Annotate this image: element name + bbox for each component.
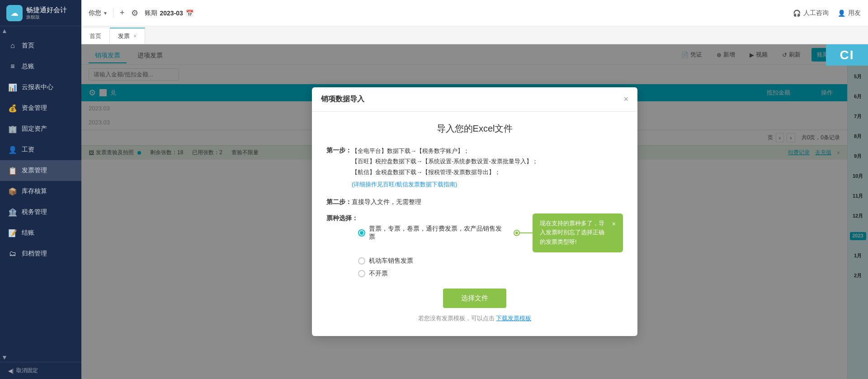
sidebar-item-fixed-assets[interactable]: 🏢 固定资产 xyxy=(0,118,81,139)
inventory-icon: 📦 xyxy=(8,187,17,196)
topbar-settings-button[interactable]: ⚙ xyxy=(131,8,138,18)
sidebar-item-archive[interactable]: 🗂 归档管理 xyxy=(0,243,81,264)
modal-overlay: 销项数据导入 × 导入您的Excel文件 第一步： 【全电平台】数据下载→【税务… xyxy=(81,44,868,379)
period-label: 账期 xyxy=(145,9,157,17)
sidebar-item-payroll[interactable]: 👤 工资 xyxy=(0,139,81,160)
user-button[interactable]: 👤 用友 xyxy=(838,9,861,17)
tooltip: × 现在支持的票种多了，导入发票时别忘了选择正确的发票类型呀! xyxy=(533,213,623,252)
step1-line3: 【航信】金税盘数据下载→【报税管理-发票数据导出】； xyxy=(352,167,538,177)
sidebar-item-cloud-report[interactable]: 📊 云报表中心 xyxy=(0,77,81,98)
sidebar-item-tax[interactable]: 🏦 税务管理 xyxy=(0,202,81,223)
payroll-icon: 👤 xyxy=(8,145,17,154)
tab-home[interactable]: 首页 xyxy=(81,28,110,44)
modal-title: 销项数据导入 xyxy=(321,95,364,104)
sidebar-nav: ⌂ 首页 ≡ 总账 📊 云报表中心 💰 资金管理 🏢 固定资产 👤 工资 xyxy=(0,35,81,353)
step2-text: 直接导入文件，无需整理 xyxy=(352,197,421,206)
modal-close-button[interactable]: × xyxy=(623,95,628,104)
import-modal: 销项数据导入 × 导入您的Excel文件 第一步： 【全电平台】数据下载→【税务… xyxy=(312,87,637,336)
content-area: 销项发票 进项发票 📄 凭证 ⊕ 新增 xyxy=(81,44,868,379)
sidebar-label-fixed-assets: 固定资产 xyxy=(22,125,47,133)
sidebar-logo: ☁ 畅捷通好会计 旗舰版 xyxy=(0,0,81,26)
cloud-report-icon: 📊 xyxy=(8,83,17,92)
step1-label: 第一步： xyxy=(326,146,352,155)
company-selector[interactable]: 你您 ▾ xyxy=(89,9,107,17)
ticket-options: 普票，专票，卷票，通行费发票，农产品销售发票 × 现在支持的票种多了，导 xyxy=(358,213,623,278)
modal-main-title: 导入您的Excel文件 xyxy=(326,123,623,135)
tab-home-label: 首页 xyxy=(90,32,101,40)
consult-label: 人工咨询 xyxy=(803,9,829,17)
ticket-row: 票种选择： 普票，专票，卷票，通行费发票，农产品销售发票 xyxy=(326,213,623,278)
sidebar-item-home[interactable]: ⌂ 首页 xyxy=(0,35,81,56)
tooltip-dot xyxy=(514,231,519,235)
calendar-icon[interactable]: 📅 xyxy=(186,9,193,17)
modal-header: 销项数据导入 × xyxy=(312,87,637,112)
tab-invoice[interactable]: 发票 × xyxy=(110,28,145,44)
sidebar: ☁ 畅捷通好会计 旗舰版 ▲ ⌂ 首页 ≡ 总账 📊 云报表中心 💰 资金管理 xyxy=(0,0,81,379)
step1-link-row: (详细操作见百旺/航信发票数据下载指南) xyxy=(352,179,538,190)
sidebar-item-checkout[interactable]: 📝 结账 xyxy=(0,223,81,243)
period-value: 2023-03 xyxy=(160,9,183,17)
main-area: 你您 ▾ + ⚙ 账期 2023-03 📅 🎧 人工咨询 👤 用友 xyxy=(81,0,868,379)
step1-row: 第一步： 【全电平台】数据下载→【税务数字账户】； 【百旺】税控盘数据下载→【系… xyxy=(326,146,623,190)
logo-badge: 旗舰版 xyxy=(26,14,67,20)
ci-text: CI xyxy=(840,48,854,62)
headset-icon: 🎧 xyxy=(793,9,801,17)
sidebar-item-ledger[interactable]: ≡ 总账 xyxy=(0,56,81,77)
sidebar-label-checkout: 结账 xyxy=(22,229,34,237)
tooltip-close-button[interactable]: × xyxy=(612,219,616,229)
step2-label: 第二步： xyxy=(326,197,352,206)
company-name: 你您 xyxy=(89,9,101,17)
ticket-option-3[interactable]: 不开票 xyxy=(358,270,623,278)
sidebar-label-cloud-report: 云报表中心 xyxy=(22,83,53,91)
step1-line1: 【全电平台】数据下载→【税务数字账户】； xyxy=(352,146,538,156)
modal-body: 导入您的Excel文件 第一步： 【全电平台】数据下载→【税务数字账户】； 【百… xyxy=(312,112,637,336)
topbar-separator xyxy=(113,9,113,18)
hint-prefix: 若您没有发票模板，可以点击 xyxy=(418,315,495,322)
sidebar-label-tax: 税务管理 xyxy=(22,208,47,216)
radio-opt3[interactable] xyxy=(358,270,365,277)
ticket-option-2[interactable]: 机动车销售发票 xyxy=(358,257,623,265)
logo-icon: ☁ xyxy=(6,5,23,21)
sidebar-label-fund: 资金管理 xyxy=(22,104,47,112)
ticket-opt3-label: 不开票 xyxy=(369,270,388,278)
logo-name: 畅捷通好会计 xyxy=(26,6,67,14)
sidebar-label-ledger: 总账 xyxy=(22,62,34,71)
pin-icon: ◀| xyxy=(8,368,14,374)
sidebar-item-fund[interactable]: 💰 资金管理 xyxy=(0,98,81,118)
consult-button[interactable]: 🎧 人工咨询 xyxy=(793,9,829,17)
modal-footer: 选择文件 xyxy=(326,289,623,308)
tab-invoice-label: 发票 xyxy=(118,32,130,40)
ticket-option-1-wrapper: 普票，专票，卷票，通行费发票，农产品销售发票 × 现在支持的票种多了，导 xyxy=(358,213,623,252)
sidebar-label-inventory: 库存核算 xyxy=(22,187,47,195)
select-file-button[interactable]: 选择文件 xyxy=(443,289,506,308)
pin-label: 取消固定 xyxy=(16,367,38,374)
fixed-assets-icon: 🏢 xyxy=(8,124,17,133)
user-icon: 👤 xyxy=(838,9,845,17)
tooltip-text: 现在支持的票种多了，导入发票时别忘了选择正确的发票类型呀! xyxy=(540,220,604,246)
ci-badge: CI xyxy=(826,44,868,66)
download-template-link[interactable]: 下载发票模板 xyxy=(496,315,531,322)
sidebar-label-home: 首页 xyxy=(22,42,34,50)
tab-invoice-close-icon[interactable]: × xyxy=(133,33,137,39)
modal-hint: 若您没有发票模板，可以点击 下载发票模板 xyxy=(326,314,623,322)
step1-guide-link[interactable]: (详细操作见百旺/航信发票数据下载指南) xyxy=(352,181,457,188)
tooltip-line xyxy=(519,232,533,233)
sidebar-pin-toggle[interactable]: ◀| 取消固定 xyxy=(0,362,81,379)
ticket-option-1[interactable]: 普票，专票，卷票，通行费发票，农产品销售发票 xyxy=(358,225,507,241)
topbar-period: 账期 2023-03 📅 xyxy=(145,9,193,17)
tooltip-connector: × 现在支持的票种多了，导入发票时别忘了选择正确的发票类型呀! xyxy=(514,213,623,252)
radio-opt2[interactable] xyxy=(358,257,365,265)
sidebar-scroll-up[interactable]: ▲ xyxy=(0,26,9,35)
topbar: 你您 ▾ + ⚙ 账期 2023-03 📅 🎧 人工咨询 👤 用友 xyxy=(81,0,868,26)
tax-icon: 🏦 xyxy=(8,208,17,217)
sidebar-item-invoice[interactable]: 📋 发票管理 xyxy=(0,160,81,181)
radio-opt1[interactable] xyxy=(358,229,365,237)
archive-icon: 🗂 xyxy=(8,249,17,258)
sidebar-item-inventory[interactable]: 📦 库存核算 xyxy=(0,181,81,202)
sidebar-label-archive: 归档管理 xyxy=(22,250,47,258)
topbar-add-button[interactable]: + xyxy=(120,8,125,18)
tabbar: 首页 发票 × xyxy=(81,26,868,44)
sidebar-scroll-down[interactable]: ▼ xyxy=(0,353,9,362)
ticket-label: 票种选择： xyxy=(326,213,358,223)
step2-row: 第二步： 直接导入文件，无需整理 xyxy=(326,197,623,206)
